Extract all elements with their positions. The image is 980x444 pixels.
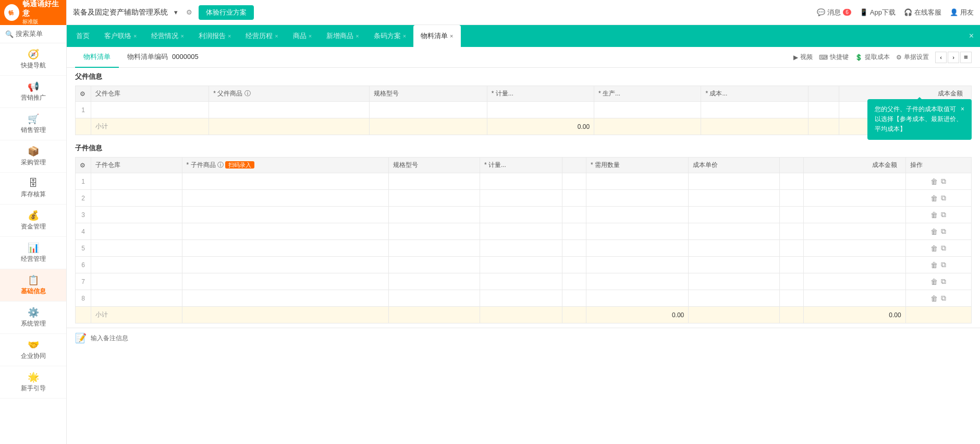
nav-next-btn[interactable]: › — [948, 52, 959, 63]
child-row-7-copy-icon[interactable]: ⧉ — [941, 277, 946, 286]
sidebar-item-system[interactable]: ⚙️ 系统管理 — [0, 302, 66, 334]
close-profit-tab[interactable]: × — [228, 33, 231, 39]
online-service-button[interactable]: 🎧 在线客服 — [904, 8, 941, 17]
child-row-2-copy-icon[interactable]: ⧉ — [941, 194, 946, 202]
parent-row-1-unit[interactable] — [487, 102, 594, 118]
subtab-bom-list[interactable]: 物料清单 — [75, 47, 119, 68]
message-button[interactable]: 💬 消息 6 — [817, 8, 851, 17]
child-row-1-goods[interactable] — [182, 173, 389, 190]
child-row-6-copy-icon[interactable]: ⧉ — [941, 260, 946, 269]
child-row-3-copy-icon[interactable]: ⧉ — [941, 210, 946, 219]
parent-subtotal-c1 — [209, 118, 369, 135]
parent-col-settings[interactable]: ⚙ — [76, 86, 91, 102]
tab-barcode[interactable]: 条码方案 × — [366, 25, 413, 47]
tab-home[interactable]: 首页 — [69, 25, 97, 47]
sidebar-item-label: 营销推广 — [21, 93, 46, 102]
child-row-1-delete-icon[interactable]: 🗑 — [930, 177, 938, 186]
subtab-bom-code[interactable]: 物料清单编码 0000005 — [119, 47, 207, 68]
service-icon: 🎧 — [904, 8, 912, 16]
tab-operation-status[interactable]: 经营情况 × — [144, 25, 191, 47]
child-row-1-qty[interactable] — [586, 173, 689, 190]
close-bom-tab[interactable]: × — [450, 33, 453, 39]
tooltip-close-btn[interactable]: × — [961, 104, 964, 114]
close-history-tab[interactable]: × — [275, 33, 278, 39]
system-dropdown[interactable]: ▾ — [174, 8, 178, 16]
child-col-sort — [562, 158, 586, 173]
close-all-tabs[interactable]: × — [965, 31, 978, 41]
tab-bom[interactable]: 物料清单 × — [413, 25, 460, 47]
view-button[interactable]: ▶ 视频 — [793, 53, 813, 62]
child-row-7-delete-icon[interactable]: 🗑 — [930, 278, 938, 286]
app-download-button[interactable]: 📱 App下载 — [860, 8, 896, 17]
parent-row-1-spec[interactable] — [369, 102, 487, 118]
parent-row-1-cost[interactable] — [701, 102, 808, 118]
sidebar-item-inventory[interactable]: 🗄 库存核算 — [0, 173, 66, 205]
parent-info-section: 父件信息 ⚙ 父件仓库 * 父件商品 ⓘ 规格型号 * 计量... * 生产..… — [67, 68, 980, 139]
child-row-5-copy-icon[interactable]: ⧉ — [941, 244, 946, 253]
child-row-8-copy-icon[interactable]: ⧉ — [941, 294, 946, 303]
nav-prev-btn[interactable]: ‹ — [935, 52, 947, 63]
close-goods-tab[interactable]: × — [309, 33, 312, 39]
nav-grid-btn[interactable]: ≡ — [960, 52, 972, 63]
tab-operation-history[interactable]: 经营历程 × — [238, 25, 285, 47]
tab-add-goods[interactable]: 新增商品 × — [319, 25, 366, 47]
remark-hint[interactable]: 输入备注信息 — [91, 334, 128, 343]
app-download-label: App下载 — [870, 8, 896, 17]
parent-subtotal-c5 — [808, 118, 839, 135]
close-add-goods-tab[interactable]: × — [356, 33, 359, 39]
close-operation-status-tab[interactable]: × — [180, 33, 183, 39]
app-subtitle: 标准版 — [22, 18, 62, 26]
settings-icon[interactable]: ⚙ — [186, 8, 192, 16]
sidebar-item-purchase[interactable]: 📦 采购管理 — [0, 140, 66, 173]
child-col-actions: 操作 — [905, 158, 971, 173]
close-barcode-tab[interactable]: × — [403, 33, 406, 39]
child-row-4-delete-icon[interactable]: 🗑 — [930, 227, 938, 236]
child-row-1-spec[interactable] — [389, 173, 480, 190]
sidebar-item-guide[interactable]: 🌟 新手引导 — [0, 366, 66, 399]
search-menu[interactable]: 🔍 搜索菜单 — [0, 25, 66, 43]
topbar: 装备及固定资产辅助管理系统 ▾ ⚙ 体验行业方案 💬 消息 6 📱 App下载 … — [67, 0, 980, 25]
sidebar-item-operation[interactable]: 📊 经营管理 — [0, 237, 66, 269]
settings-button[interactable]: ⚙ 单据设置 — [896, 53, 929, 62]
tab-customers[interactable]: 客户联络 × — [97, 25, 144, 47]
sidebar-item-finance[interactable]: 💰 资金管理 — [0, 205, 66, 237]
parent-row-1-goods[interactable] — [209, 102, 369, 118]
parent-subtotal-c2 — [369, 118, 487, 135]
child-col-settings[interactable]: ⚙ — [76, 158, 91, 173]
sidebar-item-label: 经营管理 — [21, 255, 46, 263]
child-col-unit: * 计量... — [480, 158, 562, 173]
scan-badge[interactable]: 扫码录入 — [225, 161, 254, 169]
close-customers-tab[interactable]: × — [133, 33, 137, 39]
tab-profit[interactable]: 利润报告 × — [191, 25, 238, 47]
parent-row-1-warehouse[interactable] — [91, 102, 209, 118]
child-row-5-delete-icon[interactable]: 🗑 — [930, 244, 938, 253]
child-row-1-copy-icon[interactable]: ⧉ — [941, 177, 946, 186]
sidebar-item-marketing[interactable]: 📢 营销推广 — [0, 76, 66, 108]
bom-code-value: 0000005 — [172, 53, 199, 61]
sidebar-item-enterprise[interactable]: 🤝 企业协同 — [0, 334, 66, 366]
shortcut-button[interactable]: ⌨ 快捷键 — [819, 53, 849, 62]
trial-button[interactable]: 体验行业方案 — [199, 5, 254, 20]
tab-goods[interactable]: 商品 × — [286, 25, 319, 47]
child-row-3-delete-icon[interactable]: 🗑 — [930, 211, 938, 219]
child-row-1-unit-cost[interactable] — [689, 173, 780, 190]
user-button[interactable]: 👤 用友 — [950, 8, 974, 17]
child-row-8-delete-icon[interactable]: 🗑 — [930, 294, 938, 303]
app-name: 畅通诵好生意 — [22, 0, 62, 18]
user-icon: 👤 — [950, 8, 958, 16]
child-row-1-unit[interactable] — [480, 173, 562, 190]
sidebar-item-basic-info[interactable]: 📋 基础信息 — [0, 269, 66, 302]
sidebar-item-sales[interactable]: 🛒 销售管理 — [0, 108, 66, 140]
sidebar-item-quick-nav[interactable]: 🧭 快捷导航 — [0, 43, 66, 76]
cost-button[interactable]: 💲 提取成本 — [855, 53, 890, 62]
main-area: 装备及固定资产辅助管理系统 ▾ ⚙ 体验行业方案 💬 消息 6 📱 App下载 … — [67, 0, 980, 444]
sidebar: 畅 畅通诵好生意 标准版 🔍 搜索菜单 🧭 快捷导航 📢 营销推广 🛒 销售管理… — [0, 0, 67, 444]
child-row-2-delete-icon[interactable]: 🗑 — [930, 194, 938, 202]
child-row-4-copy-icon[interactable]: ⧉ — [941, 227, 946, 236]
child-row-1-warehouse[interactable] — [91, 173, 182, 190]
purchase-icon: 📦 — [28, 146, 39, 157]
child-row-6-delete-icon[interactable]: 🗑 — [930, 261, 938, 269]
content-area: 物料清单 物料清单编码 0000005 ▶ 视频 ⌨ 快捷键 💲 提取成本 — [67, 47, 980, 444]
parent-row-1-production[interactable] — [594, 102, 701, 118]
enterprise-icon: 🤝 — [28, 339, 39, 351]
